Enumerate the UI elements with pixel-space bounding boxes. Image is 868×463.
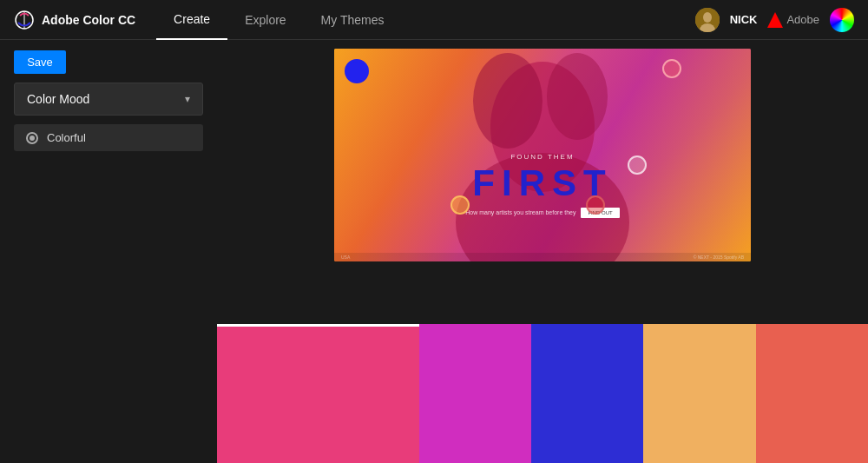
adobe-color-logo-icon: [14, 10, 35, 30]
content-area: FOUND THEM FIRST How many artists you st…: [217, 40, 868, 463]
svg-point-7: [473, 53, 542, 149]
color-mood-dropdown[interactable]: Color Mood ▾: [14, 83, 203, 116]
sidebar: Save Color Mood ▾ Colorful: [0, 40, 217, 463]
color-palette: [217, 324, 868, 463]
subtitle: How many artists you stream before they …: [334, 208, 751, 218]
found-label: FOUND THEM: [334, 153, 751, 161]
adobe-logo: Adobe: [767, 12, 819, 28]
logo: Adobe Color CC: [14, 10, 135, 30]
palette-swatch-3[interactable]: [643, 324, 755, 463]
palette-swatch-2[interactable]: [531, 324, 643, 463]
svg-marker-4: [767, 12, 783, 28]
radio-button[interactable]: [26, 132, 38, 144]
color-wheel-icon[interactable]: [830, 8, 854, 32]
color-handle-pink[interactable]: [662, 59, 681, 78]
app-title: Adobe Color CC: [42, 13, 135, 27]
footer-links: © NEXT - 2015 Spotify AB: [694, 255, 744, 260]
preview-text: FOUND THEM FIRST How many artists you st…: [334, 153, 751, 218]
footer-link-usa: USA: [341, 255, 350, 260]
colorful-option[interactable]: Colorful: [14, 124, 203, 151]
first-label: FIRST: [334, 162, 751, 204]
avatar[interactable]: [695, 8, 720, 32]
palette-swatch-1[interactable]: [419, 324, 531, 463]
option-label: Colorful: [47, 131, 86, 144]
svg-point-2: [703, 12, 712, 23]
image-area: FOUND THEM FIRST How many artists you st…: [217, 40, 868, 324]
save-button[interactable]: Save: [14, 50, 66, 74]
palette-swatch-4[interactable]: [756, 324, 868, 463]
nav-explore[interactable]: Explore: [227, 0, 303, 40]
svg-point-8: [547, 53, 608, 140]
color-handle-blue[interactable]: [345, 59, 369, 83]
preview-background: FOUND THEM FIRST How many artists you st…: [334, 49, 751, 261]
palette-swatch-0[interactable]: [217, 324, 419, 463]
dropdown-label: Color Mood: [27, 92, 89, 106]
adobe-logo-icon: [767, 12, 783, 28]
header-user-area: NICK Adobe: [695, 8, 854, 32]
color-handle-red[interactable]: [586, 195, 605, 215]
preview-image: FOUND THEM FIRST How many artists you st…: [334, 49, 751, 261]
chevron-down-icon: ▾: [185, 93, 190, 105]
avatar-image: [695, 8, 720, 32]
image-footer: USA © NEXT - 2015 Spotify AB: [334, 253, 751, 261]
main-nav: Create Explore My Themes: [156, 0, 695, 40]
color-handle-white[interactable]: [628, 155, 647, 175]
main-content: Save Color Mood ▾ Colorful: [0, 40, 868, 463]
app-header: Adobe Color CC Create Explore My Themes …: [0, 0, 868, 40]
nav-create[interactable]: Create: [156, 0, 227, 40]
nav-my-themes[interactable]: My Themes: [304, 0, 402, 40]
username-label: NICK: [730, 13, 758, 26]
